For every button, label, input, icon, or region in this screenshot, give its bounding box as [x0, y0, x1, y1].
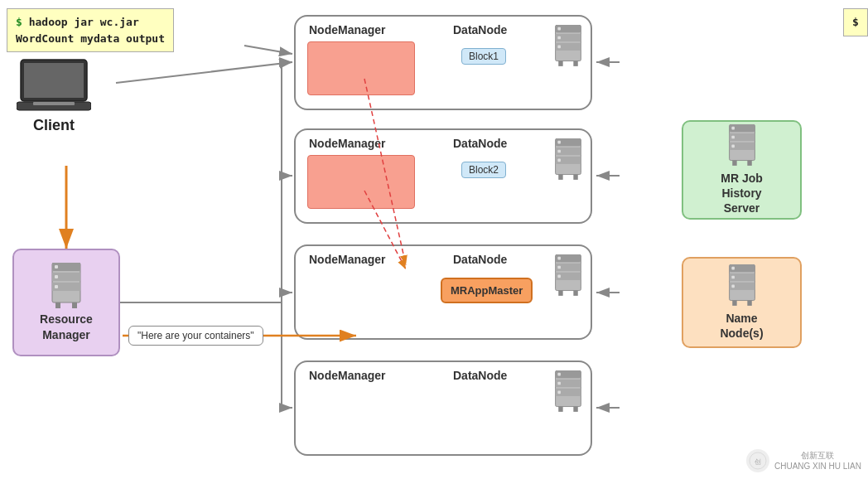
- nm2-label: NodeManager: [309, 137, 386, 150]
- svg-rect-39: [573, 291, 577, 296]
- speech-bubble: "Here are your containers": [128, 326, 263, 346]
- svg-rect-11: [55, 302, 60, 308]
- nm1-label: NodeManager: [309, 23, 386, 36]
- svg-rect-65: [732, 300, 736, 305]
- svg-rect-48: [573, 407, 577, 412]
- svg-rect-20: [558, 61, 562, 66]
- svg-rect-36: [557, 266, 561, 269]
- svg-rect-37: [557, 275, 561, 278]
- mrapp-master-box: MRAppMaster: [441, 278, 533, 303]
- svg-rect-9: [55, 275, 58, 278]
- client-area: Client: [17, 58, 91, 134]
- dollar-sign: $: [16, 16, 22, 28]
- cmd-line1: hadoop jar wc.jar: [22, 16, 139, 28]
- svg-rect-64: [731, 284, 735, 288]
- mr-history-server-box: MR JobHistoryServer: [682, 120, 802, 220]
- nm-panel-4: NodeManager DataNode: [294, 360, 592, 456]
- svg-rect-26: [557, 141, 561, 144]
- mr-history-label: MR JobHistoryServer: [721, 171, 763, 216]
- svg-rect-35: [557, 257, 561, 260]
- svg-rect-57: [747, 160, 751, 165]
- svg-rect-38: [558, 291, 562, 296]
- block2-label: Block2: [461, 162, 506, 178]
- nm1-server-icon: [552, 25, 584, 66]
- dn1-label: DataNode: [453, 23, 507, 36]
- dn2-label: DataNode: [453, 137, 507, 150]
- svg-rect-8: [55, 265, 58, 269]
- command-box-right: $: [843, 8, 868, 36]
- svg-rect-3: [33, 102, 75, 105]
- nm4-label: NodeManager: [309, 369, 386, 382]
- rm-label: ResourceManager: [40, 312, 93, 341]
- command-box: $ hadoop jar wc.jar WordCount mydata out…: [7, 8, 174, 52]
- nm-panel-1: NodeManager DataNode Block1: [294, 15, 592, 110]
- svg-line-72: [244, 46, 292, 54]
- svg-rect-27: [557, 150, 561, 153]
- svg-rect-45: [557, 382, 561, 385]
- container-box-1: [307, 41, 415, 95]
- svg-line-71: [116, 62, 292, 83]
- svg-rect-56: [732, 160, 736, 165]
- container-box-2: [307, 155, 415, 209]
- nm3-server-icon: [552, 254, 584, 296]
- svg-rect-29: [558, 175, 562, 180]
- svg-rect-21: [573, 61, 577, 66]
- svg-rect-55: [731, 144, 735, 148]
- watermark-text: 创新互联 CHUANG XIN HU LIAN: [774, 450, 861, 472]
- resource-manager-box: ResourceManager: [12, 249, 120, 356]
- nm-panel-3: NodeManager DataNode MRAppMaster: [294, 244, 592, 340]
- svg-text:创: 创: [755, 458, 761, 466]
- svg-rect-44: [557, 373, 561, 376]
- mr-history-server-icon: [726, 124, 758, 166]
- namenode-box: NameNode(s): [682, 257, 802, 348]
- dn4-label: DataNode: [453, 369, 507, 382]
- svg-rect-28: [557, 159, 561, 162]
- nm2-server-icon: [552, 138, 584, 180]
- namenode-label: NameNode(s): [720, 311, 763, 341]
- svg-rect-12: [72, 302, 77, 308]
- svg-rect-1: [24, 63, 84, 98]
- svg-rect-30: [573, 175, 577, 180]
- svg-rect-18: [557, 36, 561, 40]
- mrapp-label: MRAppMaster: [451, 284, 523, 297]
- svg-rect-47: [558, 407, 562, 412]
- cmd-line2: WordCount mydata output: [16, 32, 165, 45]
- speech-text: "Here are your containers": [137, 330, 254, 341]
- namenode-server-icon: [726, 264, 758, 306]
- laptop-icon: [17, 58, 91, 112]
- svg-rect-62: [731, 267, 735, 270]
- svg-rect-19: [557, 46, 561, 49]
- svg-rect-54: [731, 135, 735, 138]
- client-label: Client: [33, 117, 75, 134]
- svg-rect-17: [557, 27, 561, 31]
- dollar-right: $: [852, 16, 859, 28]
- svg-rect-46: [557, 391, 561, 394]
- nm4-server-icon: [552, 370, 584, 412]
- dn3-label: DataNode: [453, 253, 507, 266]
- svg-rect-53: [731, 127, 735, 130]
- nm3-label: NodeManager: [309, 253, 386, 266]
- rm-server-icon: [49, 263, 84, 308]
- watermark: 创 创新互联 CHUANG XIN HU LIAN: [746, 449, 861, 472]
- nm-panel-2: NodeManager DataNode Block2: [294, 128, 592, 224]
- watermark-logo: 创: [746, 449, 769, 472]
- svg-rect-63: [731, 276, 735, 279]
- block1-label: Block1: [461, 48, 506, 65]
- svg-rect-10: [55, 285, 58, 288]
- svg-rect-66: [747, 300, 751, 305]
